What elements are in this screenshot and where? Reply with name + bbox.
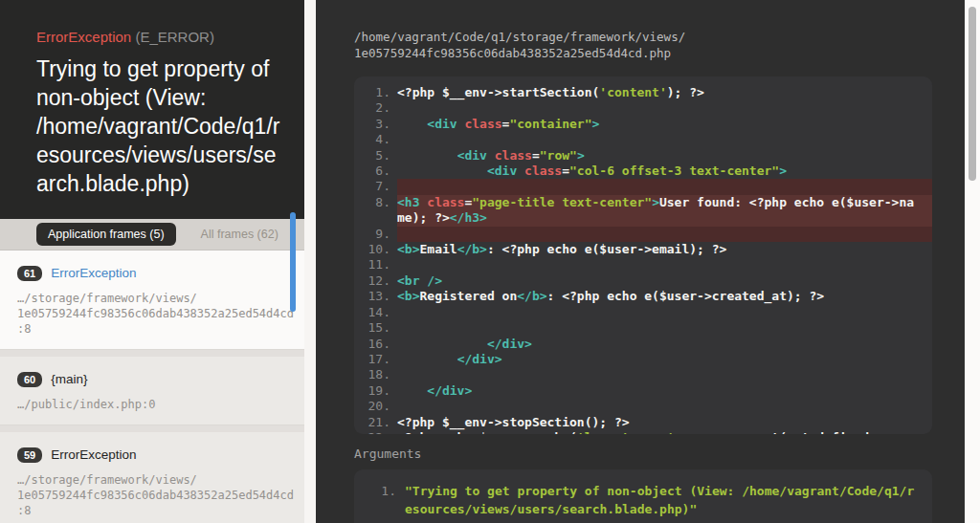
frame-index-badge: 61 — [17, 266, 42, 281]
code-line: 21.<?php $__env->stopSection(); ?> — [360, 415, 932, 430]
stack-frame-60[interactable]: 60{main}…/public/index.php:0 — [0, 357, 304, 425]
code-text: </div> — [397, 383, 932, 399]
stack-frame-61[interactable]: 61ErrorException…/storage/framework/view… — [0, 251, 304, 350]
frame-index-badge: 59 — [17, 447, 42, 463]
arguments-label: Arguments — [354, 447, 932, 461]
stack-frame-59[interactable]: 59ErrorException…/storage/framework/view… — [0, 432, 304, 523]
code-line: 4. — [360, 132, 932, 147]
tab-application-frames[interactable]: Application frames (5) — [36, 223, 176, 246]
tab-all-frames[interactable]: All frames (62) — [189, 223, 290, 246]
code-line: 2. — [360, 100, 932, 116]
code-text — [397, 305, 932, 320]
page-scrollbar[interactable] — [965, 0, 980, 523]
argument-value: "Trying to get property of non-object (V… — [405, 482, 917, 518]
exception-severity: (E_ERROR) — [135, 29, 214, 45]
file-path-line-1: /home/vagrant/Code/q1/storage/framework/… — [354, 30, 685, 44]
code-text: </div> — [397, 352, 932, 367]
frame-path: …/storage/framework/views/1e05759244fc98… — [17, 472, 299, 518]
exception-header: ErrorException (E_ERROR) Trying to get p… — [0, 0, 304, 219]
code-line: 9. — [360, 227, 932, 242]
frame-path: …/storage/framework/views/1e05759244fc98… — [17, 291, 299, 337]
code-line: 17. </div> — [360, 352, 932, 367]
code-line: 11. — [360, 257, 932, 272]
stack-frames-list: 61ErrorException…/storage/framework/view… — [0, 251, 304, 523]
code-line-number: 12. — [360, 273, 390, 289]
code-line-number: 8. — [360, 195, 390, 227]
exception-titlebar: ErrorException (E_ERROR) — [36, 29, 281, 45]
code-line-number: 17. — [360, 352, 390, 367]
frame-title: {main} — [51, 371, 87, 387]
frame-index-badge: 60 — [17, 372, 42, 387]
code-text: <div class="col-6 offset-3 text-center"> — [397, 163, 932, 179]
code-line-number: 5. — [360, 148, 390, 163]
exception-message: Trying to get property of non-object (Vi… — [36, 54, 281, 198]
file-path-line-2: 1e05759244fc98356c06dab438352a25ed54d4cd… — [354, 46, 671, 60]
frame-title: ErrorException — [51, 447, 136, 463]
code-line: 3. <div class="container"> — [360, 117, 932, 132]
code-line-number: 13. — [360, 289, 390, 304]
panel-gutter — [304, 0, 316, 523]
argument-item: 1."Trying to get property of non-object … — [369, 482, 917, 518]
code-text: <h3 class="page-title text-center">User … — [397, 195, 932, 227]
code-line: 8.<h3 class="page-title text-center">Use… — [360, 195, 932, 227]
code-text — [397, 132, 932, 147]
code-line: 16. </div> — [360, 337, 932, 352]
page-scrollbar-thumb[interactable] — [969, 7, 976, 181]
frame-path: …/public/index.php:0 — [17, 397, 299, 412]
code-text: <?php echo $__env->make('layouts.app', a… — [397, 430, 932, 434]
code-line-number: 21. — [360, 415, 390, 430]
code-line-number: 7. — [360, 179, 390, 194]
code-text: <b>Registered on</b>: <?php echo e($user… — [397, 289, 932, 304]
code-text: <b>Email</b>: <?php echo e($user->email)… — [397, 242, 932, 257]
code-line: 7. — [360, 179, 932, 194]
argument-index: 1. — [369, 482, 396, 518]
exception-class: ErrorException — [36, 29, 131, 45]
code-line: 19. </div> — [360, 383, 932, 399]
code-text: <?php $__env->stopSection(); ?> — [397, 415, 932, 430]
frames-tab-bar: Application frames (5) All frames (62) — [0, 219, 304, 251]
code-text: <div class="row"> — [397, 148, 932, 163]
code-line: 15. — [360, 320, 932, 336]
file-path: /home/vagrant/Code/q1/storage/framework/… — [354, 29, 932, 61]
sidebar: ErrorException (E_ERROR) Trying to get p… — [0, 0, 304, 523]
code-text: <div class="container"> — [397, 117, 932, 132]
error-page: ErrorException (E_ERROR) Trying to get p… — [0, 0, 980, 523]
code-line-number: 9. — [360, 227, 390, 242]
code-line: 22.<?php echo $__env->make('layouts.app'… — [360, 430, 932, 434]
code-text — [397, 367, 932, 382]
code-text — [397, 320, 932, 336]
code-text: <?php $__env->startSection('content'); ?… — [397, 85, 932, 100]
code-text: </div> — [397, 337, 932, 352]
code-line-number: 11. — [360, 257, 390, 272]
frames-scrollbar-thumb[interactable] — [290, 212, 296, 312]
frame-title: ErrorException — [51, 265, 136, 281]
code-line-number: 16. — [360, 337, 390, 352]
code-line: 18. — [360, 367, 932, 382]
code-line-number: 6. — [360, 163, 390, 179]
code-text — [397, 100, 932, 116]
code-text — [397, 179, 932, 194]
code-line: 6. <div class="col-6 offset-3 text-cente… — [360, 163, 932, 179]
arguments-box: 1."Trying to get property of non-object … — [354, 469, 932, 523]
code-line-number: 2. — [360, 100, 390, 116]
code-viewer: 1.<?php $__env->startSection('content');… — [354, 76, 932, 434]
code-text: <br /> — [397, 273, 932, 289]
code-line-number: 15. — [360, 320, 390, 336]
code-line-number: 14. — [360, 305, 390, 320]
code-text — [397, 399, 932, 414]
code-line-number: 18. — [360, 367, 390, 382]
code-line: 1.<?php $__env->startSection('content');… — [360, 85, 932, 100]
code-panel: /home/vagrant/Code/q1/storage/framework/… — [316, 0, 980, 523]
code-line: 10.<b>Email</b>: <?php echo e($user->ema… — [360, 242, 932, 257]
code-line: 12.<br /> — [360, 273, 932, 289]
code-line: 13.<b>Registered on</b>: <?php echo e($u… — [360, 289, 932, 304]
code-line-number: 4. — [360, 132, 390, 147]
code-line: 14. — [360, 305, 932, 320]
code-line-number: 3. — [360, 117, 390, 132]
code-line-number: 19. — [360, 383, 390, 399]
code-text — [397, 227, 932, 242]
code-line: 20. — [360, 399, 932, 414]
code-line: 5. <div class="row"> — [360, 148, 932, 163]
code-line-number: 10. — [360, 242, 390, 257]
code-line-number: 22. — [360, 430, 390, 434]
